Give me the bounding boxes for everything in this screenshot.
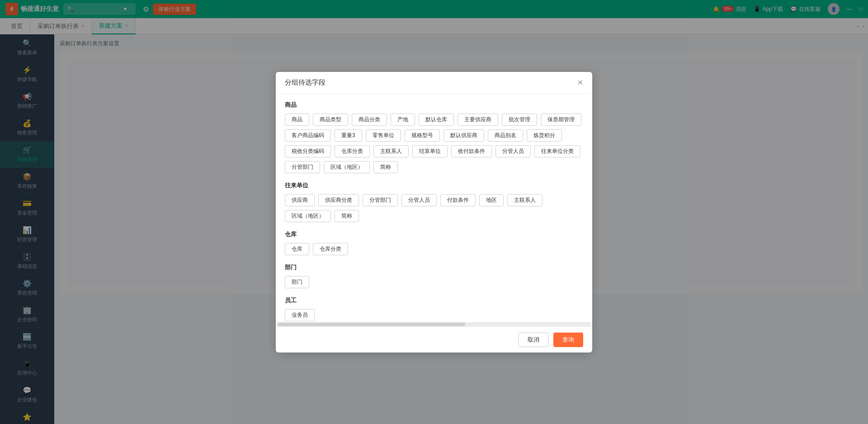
modal-overlay: 分组待选字段 ✕ 商品商品商品类型商品分类产地默认仓库主要供应商批次管理保质期管… xyxy=(0,0,868,424)
modal-header: 分组待选字段 ✕ xyxy=(276,72,592,94)
modal-close-btn[interactable]: ✕ xyxy=(577,78,583,87)
field-tags-goods: 商品商品类型商品分类产地默认仓库主要供应商批次管理保质期管理客户商品编码重量3零… xyxy=(285,114,583,173)
field-tag-goods-16[interactable]: 仓库分类 xyxy=(335,145,370,157)
field-tag-goods-8[interactable]: 客户商品编码 xyxy=(285,129,331,142)
field-tag-goods-17[interactable]: 主联系人 xyxy=(373,145,409,157)
field-tag-goods-5[interactable]: 主要供应商 xyxy=(458,114,498,126)
field-tag-goods-11[interactable]: 规格型号 xyxy=(405,129,440,142)
field-tag-goods-4[interactable]: 默认仓库 xyxy=(419,114,454,126)
field-tag-goods-19[interactable]: 收付款条件 xyxy=(451,145,492,157)
field-tag-partner-8[interactable]: 简称 xyxy=(335,210,359,222)
field-tag-goods-6[interactable]: 批次管理 xyxy=(502,114,537,126)
field-section-department: 部门部门 xyxy=(285,263,583,288)
field-tag-goods-13[interactable]: 商品别名 xyxy=(488,129,523,142)
field-tag-goods-24[interactable]: 简称 xyxy=(373,161,398,173)
field-tags-partner: 供应商供应商分类分管部门分管人员付款条件地区主联系人区域（地区）简称 xyxy=(285,194,583,222)
cancel-button[interactable]: 取消 xyxy=(518,333,549,347)
field-tags-employee: 业务员 xyxy=(285,309,583,321)
field-tag-partner-4[interactable]: 付款条件 xyxy=(440,194,476,206)
field-tag-goods-23[interactable]: 区域（地区） xyxy=(324,161,370,173)
field-tag-goods-1[interactable]: 商品类型 xyxy=(313,114,348,126)
field-tag-goods-22[interactable]: 分管部门 xyxy=(285,161,320,173)
field-tag-partner-1[interactable]: 供应商分类 xyxy=(318,194,359,206)
field-tag-warehouse-1[interactable]: 仓库分类 xyxy=(313,243,348,255)
field-tag-goods-18[interactable]: 结算单位 xyxy=(412,145,448,157)
field-section-title-partner: 往来单位 xyxy=(285,181,583,190)
field-tags-department: 部门 xyxy=(285,276,583,288)
field-tag-partner-7[interactable]: 区域（地区） xyxy=(285,210,331,222)
field-tag-warehouse-0[interactable]: 仓库 xyxy=(285,243,309,255)
field-tag-department-0[interactable]: 部门 xyxy=(285,276,309,288)
field-tag-partner-2[interactable]: 分管部门 xyxy=(363,194,398,206)
modal-title: 分组待选字段 xyxy=(285,78,326,87)
field-tag-goods-9[interactable]: 重量3 xyxy=(335,129,362,142)
field-tags-warehouse: 仓库仓库分类 xyxy=(285,243,583,255)
field-selector-modal: 分组待选字段 ✕ 商品商品商品类型商品分类产地默认仓库主要供应商批次管理保质期管… xyxy=(276,72,592,353)
field-tag-goods-21[interactable]: 往来单位分类 xyxy=(534,145,580,157)
modal-footer: 取消 查询 xyxy=(276,327,592,353)
field-section-title-warehouse: 仓库 xyxy=(285,230,583,238)
confirm-button[interactable]: 查询 xyxy=(553,333,583,347)
field-tag-goods-3[interactable]: 产地 xyxy=(391,114,415,126)
field-tag-partner-3[interactable]: 分管人员 xyxy=(401,194,437,206)
field-tag-partner-6[interactable]: 主联系人 xyxy=(507,194,542,206)
field-tag-goods-2[interactable]: 商品分类 xyxy=(352,114,387,126)
field-tag-goods-0[interactable]: 商品 xyxy=(285,114,309,126)
horizontal-scrollbar[interactable] xyxy=(276,322,592,327)
field-section-goods: 商品商品商品类型商品分类产地默认仓库主要供应商批次管理保质期管理客户商品编码重量… xyxy=(285,101,583,173)
field-tag-goods-10[interactable]: 零售单位 xyxy=(366,129,401,142)
field-tag-goods-12[interactable]: 默认供应商 xyxy=(443,129,484,142)
field-tag-partner-5[interactable]: 地区 xyxy=(479,194,504,206)
field-section-employee: 员工业务员 xyxy=(285,296,583,321)
field-tag-goods-7[interactable]: 保质期管理 xyxy=(541,114,581,126)
field-section-title-goods: 商品 xyxy=(285,101,583,109)
field-section-partner: 往来单位供应商供应商分类分管部门分管人员付款条件地区主联系人区域（地区）简称 xyxy=(285,181,583,222)
field-tag-goods-15[interactable]: 税收分类编码 xyxy=(285,145,331,157)
modal-body: 商品商品商品类型商品分类产地默认仓库主要供应商批次管理保质期管理客户商品编码重量… xyxy=(276,94,592,322)
field-tag-goods-14[interactable]: 炼货积分 xyxy=(527,129,562,142)
field-section-title-department: 部门 xyxy=(285,263,583,272)
field-section-title-employee: 员工 xyxy=(285,296,583,305)
field-section-warehouse: 仓库仓库仓库分类 xyxy=(285,230,583,255)
field-tag-goods-20[interactable]: 分管人员 xyxy=(495,145,531,157)
field-tag-partner-0[interactable]: 供应商 xyxy=(285,194,315,206)
field-tag-employee-0[interactable]: 业务员 xyxy=(285,309,315,321)
